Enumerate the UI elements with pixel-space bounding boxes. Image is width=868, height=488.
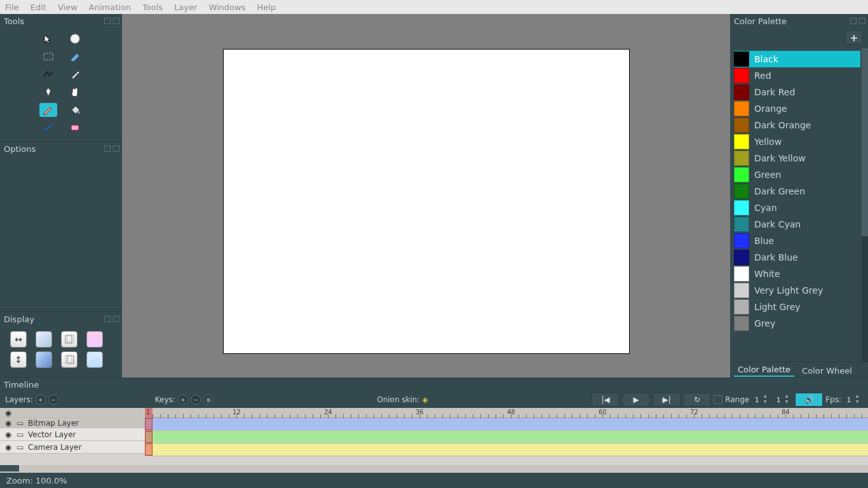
line-tool[interactable] — [39, 121, 57, 135]
svg-rect-4 — [65, 336, 72, 343]
play-button[interactable]: ▶ — [622, 393, 650, 407]
add-color-button[interactable]: + — [845, 30, 863, 44]
color-swatch — [734, 101, 749, 116]
menu-windows[interactable]: Windows — [208, 3, 245, 12]
color-row-dark-yellow[interactable]: Dark Yellow — [734, 150, 860, 166]
canvas-bg-b-button[interactable] — [86, 351, 103, 368]
range-checkbox[interactable] — [714, 395, 722, 404]
palette-scrollbar[interactable] — [862, 48, 868, 362]
layer-row-bitmap[interactable]: ◉▭Bitmap Layer — [0, 418, 145, 428]
remove-key-button[interactable]: − — [191, 395, 201, 405]
hand-tool[interactable] — [66, 85, 84, 99]
color-row-yellow[interactable]: Yellow — [734, 133, 860, 150]
fps-spinner[interactable]: 1▲▼ — [844, 394, 863, 405]
palette-panel: Color Palette + BlackRedDark RedOrangeDa… — [730, 14, 868, 377]
color-list: BlackRedDark RedOrangeDark OrangeYellowD… — [730, 48, 868, 362]
color-row-green[interactable]: Green — [734, 166, 860, 183]
onion-prev-button[interactable] — [61, 331, 78, 348]
panel-float-icon[interactable] — [850, 18, 857, 24]
layer-row-vector[interactable]: ◉▭Vector Layer — [0, 428, 145, 441]
pencil-tool[interactable] — [39, 103, 57, 117]
panel-close-icon[interactable] — [113, 316, 119, 322]
menubar: File Edit View Animation Tools Layer Win… — [0, 0, 868, 14]
color-swatch — [734, 85, 749, 100]
color-row-dark-blue[interactable]: Dark Blue — [734, 249, 860, 266]
color-swatch — [734, 167, 749, 182]
menu-file[interactable]: File — [5, 3, 19, 12]
menu-animation[interactable]: Animation — [89, 3, 131, 12]
menu-edit[interactable]: Edit — [31, 3, 46, 12]
panel-close-icon[interactable] — [113, 18, 119, 24]
visibility-icon[interactable]: ◉ — [4, 419, 13, 428]
panel-close-icon[interactable] — [859, 18, 865, 24]
tab-color-wheel[interactable]: Color Wheel — [798, 363, 856, 377]
menu-tools[interactable]: Tools — [142, 3, 163, 12]
panel-close-icon[interactable] — [113, 146, 119, 152]
color-row-light-grey[interactable]: Light Grey — [734, 299, 860, 315]
layers-label: Layers: — [5, 395, 33, 404]
canvas-bg-a-button[interactable] — [86, 331, 103, 348]
layer-row-camera[interactable]: ◉▭Camera Layer — [0, 441, 145, 454]
goto-end-button[interactable]: ▶| — [653, 393, 681, 407]
track-bitmap[interactable] — [145, 418, 868, 431]
smudge-tool[interactable] — [66, 32, 84, 46]
color-row-grey[interactable]: Grey — [734, 315, 860, 332]
eyedropper-tool[interactable] — [66, 67, 84, 81]
track-vector[interactable] — [145, 431, 868, 444]
goto-start-button[interactable]: |◀ — [592, 393, 620, 407]
color-row-blue[interactable]: Blue — [734, 233, 860, 249]
keyframe[interactable] — [145, 444, 153, 456]
color-row-dark-orange[interactable]: Dark Orange — [734, 117, 860, 133]
color-row-dark-green[interactable]: Dark Green — [734, 183, 860, 200]
bucket-tool[interactable] — [66, 103, 84, 117]
add-layer-button[interactable]: + — [36, 395, 46, 405]
move-tool[interactable] — [39, 32, 57, 46]
color-row-white[interactable]: White — [734, 266, 860, 282]
loop-button[interactable]: ↻ — [683, 393, 711, 407]
timeline-hscroll[interactable] — [0, 465, 868, 473]
tracks-column[interactable]: 112243648607284 — [145, 408, 868, 465]
visibility-icon[interactable]: ◉ — [4, 443, 13, 452]
color-row-cyan[interactable]: Cyan — [734, 200, 860, 216]
polyline-tool[interactable] — [39, 67, 57, 81]
track-camera[interactable] — [145, 444, 868, 456]
menu-help[interactable]: Help — [257, 3, 276, 12]
eraser-tool[interactable] — [66, 121, 84, 135]
keyframe[interactable] — [145, 418, 153, 430]
select-tool[interactable] — [39, 50, 57, 64]
add-key-button[interactable]: + — [178, 395, 188, 405]
panel-float-icon[interactable] — [104, 316, 111, 322]
pen-tool[interactable] — [39, 85, 57, 99]
onion-toggle-icon[interactable]: ◈ — [423, 395, 428, 404]
color-label: Orange — [754, 104, 787, 114]
range-start-spinner[interactable]: 1▲▼ — [752, 394, 771, 405]
color-row-dark-cyan[interactable]: Dark Cyan — [734, 216, 860, 233]
color-row-red[interactable]: Red — [734, 67, 860, 84]
color-row-very-light-grey[interactable]: Very Light Grey — [734, 282, 860, 299]
color-row-black[interactable]: Black — [734, 51, 860, 67]
color-row-dark-red[interactable]: Dark Red — [734, 84, 860, 100]
grid-button[interactable] — [36, 331, 52, 348]
frame-ruler[interactable]: 112243648607284 — [145, 408, 868, 418]
keyframe[interactable] — [145, 431, 153, 443]
color-row-orange[interactable]: Orange — [734, 100, 860, 117]
mirror-v-button[interactable]: ↕ — [10, 351, 27, 368]
range-end-spinner[interactable]: 1▲▼ — [773, 394, 792, 405]
panel-float-icon[interactable] — [104, 18, 111, 24]
visibility-icon[interactable]: ◉ — [4, 430, 13, 439]
sound-button[interactable]: 🔊 — [795, 393, 823, 407]
canvas-area[interactable] — [122, 14, 730, 377]
panel-float-icon[interactable] — [104, 146, 111, 152]
color-swatch — [734, 184, 749, 199]
thin-lines-button[interactable] — [36, 351, 52, 368]
mirror-h-button[interactable]: ↔ — [10, 331, 27, 348]
duplicate-key-button[interactable]: ⊕ — [203, 395, 214, 405]
color-swatch — [734, 151, 749, 166]
menu-layer[interactable]: Layer — [174, 3, 197, 12]
menu-view[interactable]: View — [58, 3, 78, 12]
onion-next-button[interactable] — [61, 351, 78, 368]
remove-layer-button[interactable]: − — [48, 395, 58, 405]
canvas[interactable] — [223, 49, 630, 354]
tab-color-palette[interactable]: Color Palette — [734, 362, 794, 377]
brush-tool[interactable] — [66, 50, 84, 64]
